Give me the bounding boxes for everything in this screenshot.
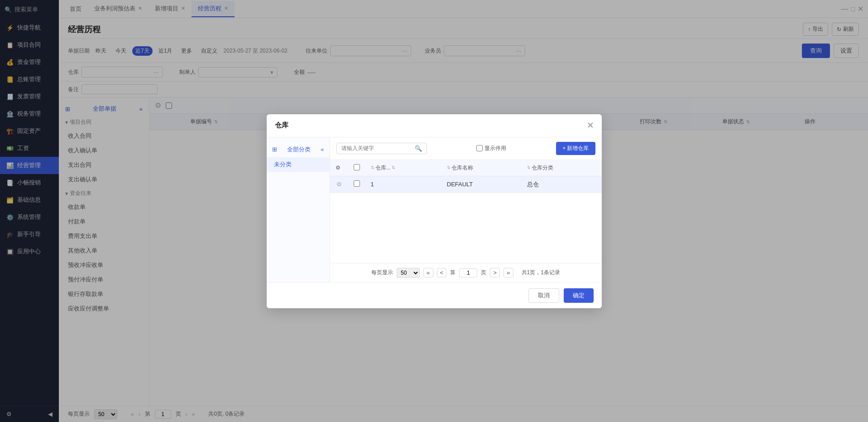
modal-title: 仓库 bbox=[275, 121, 288, 130]
modal-toolbar: 🔍 显示停用 + 新增仓库 bbox=[330, 137, 602, 160]
sort-desc-icon: ⇅ bbox=[392, 165, 395, 170]
th-name: ⇅ 仓库名称 bbox=[441, 160, 522, 176]
row-seq: 1 bbox=[365, 176, 441, 193]
add-warehouse-label: + 新增仓库 bbox=[562, 145, 589, 152]
row-code: DEFAULT bbox=[441, 176, 522, 193]
modal-next-page-btn[interactable]: > bbox=[490, 268, 500, 277]
modal-page-label: 算 bbox=[450, 269, 456, 276]
row-settings-icon[interactable]: ⚙ bbox=[330, 176, 348, 193]
th-code: ⇅ 仓库... ⇅ bbox=[365, 160, 441, 176]
table-row[interactable]: ⚙ 1 DEFAULT 总仓 bbox=[330, 176, 602, 193]
modal-total-text: 共1页，1条记录 bbox=[522, 269, 560, 276]
modal-left-collapse-icon[interactable]: « bbox=[321, 146, 324, 153]
modal-search-icon[interactable]: 🔍 bbox=[415, 145, 422, 152]
all-category-label: 全部分类 bbox=[287, 146, 311, 154]
warehouse-modal: 仓库 ✕ ⊞ 全部分类 « 未分类 🔍 显示停用 bbox=[267, 114, 602, 308]
modal-per-page-label: 每页显示 bbox=[371, 269, 393, 276]
modal-body: ⊞ 全部分类 « 未分类 🔍 显示停用 + 新增仓库 bbox=[267, 137, 602, 282]
th-checkbox bbox=[348, 160, 365, 176]
row-checkbox[interactable] bbox=[348, 176, 365, 193]
modal-last-page-btn[interactable]: » bbox=[504, 268, 513, 277]
modal-select-all-checkbox[interactable] bbox=[354, 164, 360, 170]
modal-search-input[interactable] bbox=[341, 145, 415, 151]
modal-first-page-btn[interactable]: « bbox=[423, 268, 433, 277]
modal-all-category[interactable]: ⊞ 全部分类 « bbox=[267, 142, 330, 157]
sort-asc-icon: ⇅ bbox=[371, 165, 374, 170]
sort-icon-name: ⇅ bbox=[447, 165, 451, 170]
modal-right-panel: 🔍 显示停用 + 新增仓库 ⚙ bbox=[330, 137, 602, 282]
modal-prev-page-btn[interactable]: < bbox=[437, 268, 447, 277]
modal-header: 仓库 ✕ bbox=[267, 114, 602, 137]
modal-close-button[interactable]: ✕ bbox=[587, 121, 594, 131]
modal-per-page-select[interactable]: 50 100 bbox=[397, 268, 420, 278]
confirm-button[interactable]: 确定 bbox=[564, 288, 594, 303]
th-category-label: 仓库分类 bbox=[532, 164, 553, 172]
sort-icon-cat: ⇅ bbox=[527, 165, 531, 170]
modal-table: ⚙ ⇅ 仓库... ⇅ bbox=[330, 160, 602, 263]
modal-search-wrap: 🔍 bbox=[336, 143, 427, 154]
th-name-label: 仓库名称 bbox=[451, 164, 473, 172]
th-settings-icon[interactable]: ⚙ bbox=[336, 165, 340, 171]
show-disabled-checkbox[interactable] bbox=[476, 145, 483, 151]
modal-left-uncategorized[interactable]: 未分类 bbox=[267, 157, 330, 172]
modal-page-input[interactable] bbox=[459, 268, 477, 277]
cancel-button[interactable]: 取消 bbox=[528, 288, 559, 303]
modal-pagination: 每页显示 50 100 « < 算 页 > » 共1页，1条记录 bbox=[330, 263, 602, 282]
row-name: 总仓 bbox=[522, 176, 602, 193]
row-select-checkbox[interactable] bbox=[354, 180, 360, 187]
th-settings: ⚙ bbox=[330, 160, 348, 176]
th-category: ⇅ 仓库分类 bbox=[522, 160, 602, 176]
th-code-label: 仓库... bbox=[375, 164, 391, 172]
modal-left-panel: ⊞ 全部分类 « 未分类 bbox=[267, 137, 330, 282]
show-disabled-label: 显示停用 bbox=[484, 145, 506, 152]
grid-icon: ⊞ bbox=[272, 146, 277, 153]
add-warehouse-button[interactable]: + 新增仓库 bbox=[556, 142, 595, 155]
modal-page-suffix: 页 bbox=[481, 269, 486, 276]
show-disabled-wrap: 显示停用 bbox=[476, 145, 506, 152]
modal-footer: 取消 确定 bbox=[267, 282, 602, 308]
